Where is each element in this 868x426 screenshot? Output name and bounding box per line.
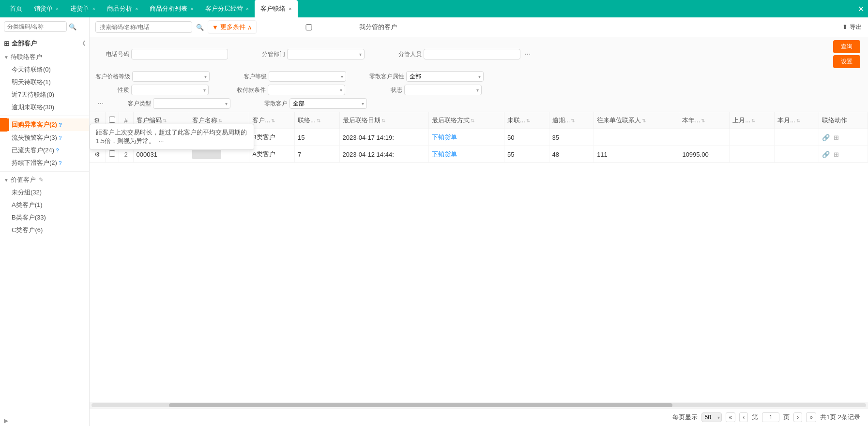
pending-contact-group[interactable]: ▼ 待联络客户 — [0, 51, 89, 63]
query-btn[interactable]: 查询 — [833, 40, 860, 53]
per-page-label: 每页显示 — [672, 413, 698, 422]
my-customer-checkbox[interactable] — [260, 24, 357, 30]
total-label: 共1页 2条记录 — [820, 413, 860, 422]
nav-sales-order[interactable]: 销货单 × — [28, 0, 64, 17]
my-customer-checkbox-area[interactable]: 我分管的客户 — [260, 23, 397, 31]
nav-product-analysis[interactable]: 商品分析 × — [101, 0, 144, 17]
sidebar-item-tomorrow[interactable]: 明天待联络(1) — [0, 76, 89, 88]
sidebar-item-already-lost[interactable]: 已流失客户(24) ? — [0, 144, 89, 157]
status-select[interactable] — [404, 85, 482, 95]
lost-predicted-info-icon[interactable]: ? — [59, 135, 61, 141]
sidebar-item-b-class[interactable]: B类客户(33) — [0, 211, 89, 224]
phone-input[interactable] — [131, 49, 228, 59]
sidebar-item-c-class[interactable]: C类客户(6) — [0, 224, 89, 236]
close-all-btn[interactable]: ✕ — [858, 4, 864, 14]
next-page-btn[interactable]: › — [793, 412, 802, 422]
col-last-contact-date[interactable]: 最后联络日期⇅ — [339, 112, 428, 129]
more-conditions-btn[interactable]: ▼ 更多条件 ∧ — [208, 20, 257, 34]
page-num-input[interactable] — [762, 412, 779, 422]
close-product-analysis-list[interactable]: × — [190, 6, 193, 12]
sidebar-item-repeat-abnormal[interactable]: 回购异常客户(2) ? — [8, 118, 89, 131]
gender-select[interactable] — [131, 85, 209, 95]
col-this-month[interactable]: 本月...⇅ — [774, 112, 819, 129]
repeat-abnormal-info-icon[interactable]: ? — [59, 122, 62, 128]
value-customer-group[interactable]: ▼ 价值客户 ✎ — [0, 174, 89, 186]
search-icon[interactable]: 🔍 — [196, 24, 204, 31]
row-last-contact-method[interactable]: 下销货单 — [428, 146, 504, 163]
search-input[interactable] — [95, 21, 192, 33]
col-not-contact[interactable]: 未联...⇅ — [504, 112, 549, 129]
col-from-unit[interactable]: 往来单位联系人⇅ — [594, 112, 679, 129]
sidebar-search-icon[interactable]: 🔍 — [69, 23, 76, 30]
retail-customer-select[interactable]: 全部 — [289, 98, 367, 109]
all-customers-section: ⊞ 全部客户 《 — [0, 36, 89, 51]
nav-product-analysis-list[interactable]: 商品分析列表 × — [144, 0, 199, 17]
close-customer-tier[interactable]: × — [246, 6, 249, 12]
adv-filter-row-4: ··· 客户类型 零散客户 全部 — [95, 98, 862, 109]
close-product-analysis[interactable]: × — [135, 6, 138, 12]
pending-contact-triangle: ▼ — [4, 55, 9, 60]
action-link-icon[interactable]: 🔗 — [822, 151, 830, 158]
already-lost-info-icon[interactable]: ? — [56, 147, 59, 153]
prev-page-btn[interactable]: ‹ — [739, 412, 748, 422]
sort-icon-ty: ⇅ — [701, 118, 705, 123]
action-grid-icon[interactable]: ⊞ — [834, 134, 839, 141]
sidebar-item-7days[interactable]: 近7天待联络(0) — [0, 88, 89, 101]
nav-customer-contact[interactable]: 客户联络 × — [255, 0, 297, 17]
sidebar-item-ungrouped[interactable]: 未分组(32) — [0, 186, 89, 199]
settings-btn[interactable]: 设置 — [833, 55, 860, 68]
continuing-down-info-icon[interactable]: ? — [59, 160, 61, 166]
customer-type-select[interactable] — [153, 98, 230, 109]
last-page-btn[interactable]: » — [806, 412, 816, 422]
top-navigation: 首页 销货单 × 进货单 × 商品分析 × 商品分析列表 × 客户分层经营 × … — [0, 0, 868, 17]
price-grade-select[interactable] — [132, 71, 210, 82]
row-action[interactable]: 🔗 ⊞ — [819, 129, 868, 146]
dept-select[interactable] — [287, 49, 365, 59]
scrollbar-thumb[interactable] — [169, 403, 672, 407]
sidebar-item-lost-predicted[interactable]: 流失预警客户(3) ? — [0, 132, 89, 144]
close-customer-contact[interactable]: × — [289, 6, 291, 12]
sidebar-item-overdue[interactable]: 逾期未联络(30) — [0, 101, 89, 114]
all-customers-label: 全部客户 — [12, 39, 37, 48]
row-last-contact-method[interactable]: 下销货单 — [428, 129, 504, 146]
retail-attr-select[interactable]: 全部 — [406, 71, 484, 82]
col-overdue[interactable]: 逾期...⇅ — [549, 112, 594, 129]
select-all-checkbox[interactable] — [109, 117, 115, 123]
sidebar-collapse-btn[interactable]: 《 — [79, 40, 85, 48]
export-btn[interactable]: ⬆ 导出 — [842, 23, 862, 31]
sidebar-search-input[interactable] — [4, 21, 67, 32]
col-last-month[interactable]: 上月...⇅ — [730, 112, 775, 129]
tooltip-dots[interactable]: ··· — [158, 137, 164, 145]
row-overdue: 35 — [549, 129, 594, 146]
col-last-contact-method[interactable]: 最后联络方式⇅ — [428, 112, 504, 129]
nav-purchase-order[interactable]: 进货单 × — [64, 0, 101, 17]
status-field: 状态 — [368, 85, 482, 95]
sidebar-item-continuing-down[interactable]: 持续下滑客户(2) ? — [0, 157, 89, 169]
customer-grade-select[interactable] — [269, 71, 346, 82]
gear-icon[interactable]: ⚙ — [94, 117, 100, 124]
action-grid-icon[interactable]: ⊞ — [834, 151, 839, 158]
col-this-year[interactable]: 本年...⇅ — [679, 112, 730, 129]
person-dots-btn[interactable]: ··· — [524, 50, 531, 59]
sidebar-bottom-arrow[interactable]: ▶ — [4, 417, 8, 424]
close-purchase-order[interactable]: × — [92, 6, 95, 12]
pagination: 每页显示 50 « ‹ 第 页 › » 共1页 2条记录 — [90, 408, 868, 426]
pay-cond-select[interactable] — [268, 85, 345, 95]
page-size-select[interactable]: 50 — [701, 412, 722, 422]
gender-field: 性质 — [95, 85, 209, 95]
nav-home[interactable]: 首页 — [4, 0, 28, 17]
more-dots-btn[interactable]: ··· — [97, 99, 104, 108]
sort-icon-code: ⇅ — [163, 118, 167, 123]
sidebar-item-a-class[interactable]: A类客户(1) — [0, 199, 89, 211]
horizontal-scrollbar[interactable] — [90, 402, 868, 408]
nav-customer-tier[interactable]: 客户分层经营 × — [199, 0, 255, 17]
close-sales-order[interactable]: × — [56, 6, 59, 12]
col-contact[interactable]: 联络...⇅ — [294, 112, 339, 129]
person-input[interactable] — [424, 49, 520, 59]
row-action[interactable]: 🔗 ⊞ — [819, 146, 868, 163]
col-category[interactable]: 客户...⇅ — [249, 112, 295, 129]
first-page-btn[interactable]: « — [726, 412, 736, 422]
value-customer-edit-icon[interactable]: ✎ — [39, 176, 44, 183]
sidebar-item-today[interactable]: 今天待联络(0) — [0, 63, 89, 76]
action-link-icon[interactable]: 🔗 — [822, 134, 830, 141]
